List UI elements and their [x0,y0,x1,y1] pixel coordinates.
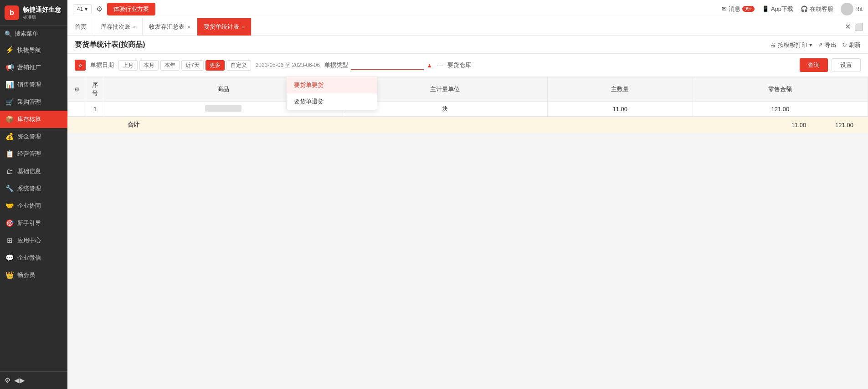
phone-icon: 📱 [762,5,769,12]
filter-more-icon[interactable]: ··· [437,61,443,69]
settings-button[interactable]: 设置 [832,58,861,72]
footer-amount: 121.00 [826,122,863,128]
dropdown-item-order-return[interactable]: 要货单退货 [287,93,377,110]
page-title: 要货单统计表(按商品) [75,40,145,50]
refresh-btn[interactable]: ↻ 刷新 [842,41,861,49]
sidebar-nav: ⚡ 快捷导航 📢 营销推广 📊 销售管理 🛒 采购管理 📦 库存核算 💰 资金管… [0,41,67,371]
sidebar-item-inventory[interactable]: 📦 库存核算 [0,111,67,128]
close-all-tabs-icon[interactable]: ✕ [845,22,851,31]
sidebar-item-quick-nav[interactable]: ⚡ 快捷导航 [0,41,67,59]
row-amount: 121.00 [693,102,868,117]
sidebar-item-purchase[interactable]: 🛒 采购管理 [0,93,67,111]
export-icon: ↗ [818,41,823,48]
doc-type-input[interactable] [351,61,424,70]
tab-bar: 首页 库存批次账 × 收发存汇总表 × 要货单统计表 × ✕ ⬜ [67,18,868,36]
filter-expand-btn[interactable]: » [75,60,86,71]
purchase-icon: 🛒 [5,98,14,106]
doc-type-label: 单据类型 [324,61,348,69]
chevron-down-icon: ▾ [809,41,812,48]
col-header-amount: 零售金额 [693,77,868,102]
tab-shipment-summary[interactable]: 收发存汇总表 × [143,18,197,36]
tab-bar-actions: ✕ ⬜ [840,22,868,31]
date-label: 单据日期 [90,61,114,69]
warehouse-label: 要货仓库 [447,61,471,69]
main-content: 41 ▾ ⚙ 体验行业方案 ✉ 消息 99+ 📱 App下载 🎧 在线客服 Ri… [67,0,868,389]
query-button[interactable]: 查询 [800,58,828,72]
system-icon: 🔧 [5,184,14,193]
dropdown-item-order-goods[interactable]: 要货单要货 [287,77,377,93]
export-btn[interactable]: ↗ 导出 [818,41,837,49]
sidebar-footer: ⚙ ◀▶ [0,371,67,389]
sidebar-item-app-center[interactable]: ⊞ 应用中心 [0,232,67,249]
avatar [841,3,853,15]
warehouse-field: 要货仓库 [447,61,471,69]
sidebar-item-guide[interactable]: 🎯 新手引导 [0,215,67,232]
tab-inventory-batch[interactable]: 库存批次账 × [94,18,143,36]
filter-actions: 查询 设置 [800,58,861,72]
data-table: ⚙ 序号 商品 主计量单位 主数量 [67,77,868,117]
sidebar-item-basic[interactable]: 🗂 基础信息 [0,163,67,180]
sidebar-item-marketing[interactable]: 📢 营销推广 [0,59,67,76]
settings-footer-icon[interactable]: ⚙ [5,376,10,384]
logo-text: 畅捷通好生意 标准版 [23,5,61,20]
sidebar-item-finance[interactable]: 💰 资金管理 [0,128,67,145]
gear-icon[interactable]: ⚙ [96,5,103,13]
header-right: ✉ 消息 99+ 📱 App下载 🎧 在线客服 Rit [722,3,863,15]
chevron-down-icon: ▾ [85,6,87,12]
tab-close-shipment-summary[interactable]: × [187,24,190,30]
tab-close-inventory-batch[interactable]: × [133,24,136,30]
date-btn-this-month[interactable]: 本月 [139,60,159,71]
date-btn-this-year[interactable]: 本年 [160,60,180,71]
sidebar-search[interactable]: 🔍 搜索菜单 [0,26,67,41]
date-btn-custom[interactable]: 自定义 [226,60,251,71]
page-header: 要货单统计表(按商品) 🖨 按模板打印 ▾ ↗ 导出 ↻ 刷新 [67,36,868,54]
marketing-icon: 📢 [5,63,14,72]
tab-home[interactable]: 首页 [67,18,94,36]
logo-icon: b [5,5,19,20]
tab-close-order-stats[interactable]: × [242,24,245,30]
date-btn-more[interactable]: 更多 [205,60,225,71]
date-btn-last-month[interactable]: 上月 [118,60,138,71]
sidebar: b 畅捷通好生意 标准版 🔍 搜索菜单 ⚡ 快捷导航 📢 营销推广 📊 销售管理… [0,0,67,389]
sidebar-item-enterprise[interactable]: 🤝 企业协同 [0,197,67,215]
col-header-no: 序号 [86,77,104,102]
app-download-item[interactable]: 📱 App下载 [762,5,793,13]
guide-icon: 🎯 [5,219,14,227]
collapse-icon[interactable]: ◀▶ [14,376,25,384]
col-header-settings[interactable]: ⚙ [68,77,86,102]
table-footer: 合计 11.00 121.00 [67,117,868,133]
date-btn-last-7-days[interactable]: 近7天 [181,60,204,71]
sidebar-item-operation[interactable]: 📋 经营管理 [0,145,67,163]
row-settings [68,102,86,117]
maximize-icon[interactable]: ⬜ [854,22,863,31]
page-area: 要货单统计表(按商品) 🖨 按模板打印 ▾ ↗ 导出 ↻ 刷新 [67,36,868,389]
sales-icon: 📊 [5,81,14,89]
app-center-icon: ⊞ [5,236,14,245]
user-profile[interactable]: Rit [841,3,863,15]
company-selector[interactable]: 41 ▾ [73,4,92,14]
sidebar-item-member[interactable]: 👑 畅会员 [0,266,67,284]
messages-item[interactable]: ✉ 消息 99+ [722,5,755,13]
enterprise-icon: 🤝 [5,202,14,210]
message-icon: ✉ [722,5,727,12]
filter-area: » 单据日期 上月 本月 本年 近7天 更多 自定义 2023-05-06 至 … [67,54,868,77]
finance-icon: 💰 [5,133,14,141]
sidebar-item-wechat[interactable]: 💬 企业微信 [0,249,67,266]
row-qty: 11.00 [547,102,693,117]
print-template-btn[interactable]: 🖨 按模板打印 ▾ [770,41,812,49]
search-icon: 🔍 [5,31,12,37]
member-icon: 👑 [5,271,14,279]
quick-nav-icon: ⚡ [5,46,14,54]
wechat-icon: 💬 [5,254,14,262]
sidebar-item-system[interactable]: 🔧 系统管理 [0,180,67,197]
table-row[interactable]: 1 块 11.00 121.00 [68,102,868,117]
online-service-item[interactable]: 🎧 在线客服 [801,5,833,13]
print-icon: 🖨 [770,41,776,48]
top-header: 41 ▾ ⚙ 体验行业方案 ✉ 消息 99+ 📱 App下载 🎧 在线客服 Ri… [67,0,868,18]
sidebar-item-sales[interactable]: 📊 销售管理 [0,76,67,93]
trial-button[interactable]: 体验行业方案 [107,3,155,15]
doc-type-dropdown-icon[interactable]: ▲ [426,62,432,69]
operation-icon: 📋 [5,150,14,158]
tab-order-stats[interactable]: 要货单统计表 × [197,18,252,36]
footer-total-label: 合计 [128,121,139,129]
